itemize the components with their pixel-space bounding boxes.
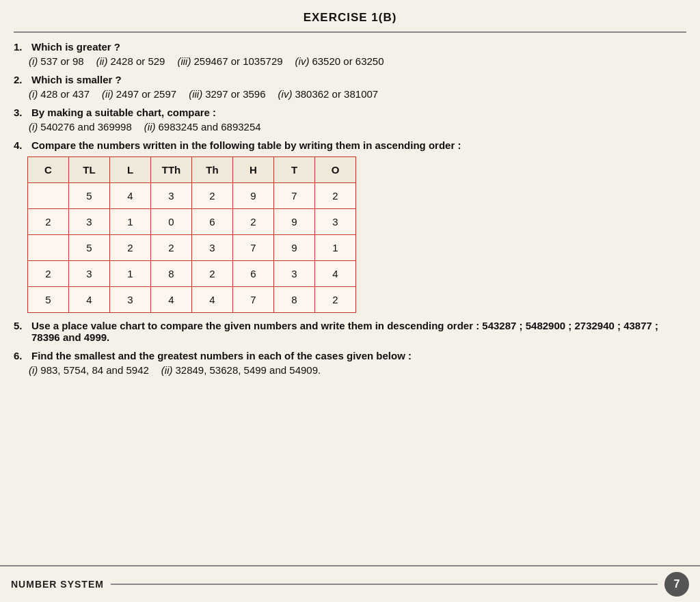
q4-text: Compare the numbers written in the follo… xyxy=(31,139,461,151)
q2-label-iv: (iv) xyxy=(278,88,293,100)
question-1: 1. Which is greater ? (i) 537 or 98 (ii)… xyxy=(14,41,686,67)
table-row: 5223791 xyxy=(28,235,356,261)
cell-r4-c5: 7 xyxy=(233,287,274,313)
question-2: 2. Which is smaller ? (i) 428 or 437 (ii… xyxy=(14,74,686,100)
q3-label-i: (i) xyxy=(29,121,38,133)
col-o: O xyxy=(315,157,356,183)
cell-r2-c6: 9 xyxy=(274,235,315,261)
footer: NUMBER SYSTEM 7 xyxy=(0,565,700,602)
cell-r1-c0: 2 xyxy=(28,209,69,235)
q2-label-ii: (ii) xyxy=(102,88,113,100)
q6-opt-i: (i) 983, 5754, 84 and 5942 xyxy=(29,364,149,376)
q3-opt-i: (i) 540276 and 369998 xyxy=(29,121,132,133)
cell-r1-c3: 0 xyxy=(151,209,192,235)
cell-r2-c7: 1 xyxy=(315,235,356,261)
q2-label-iii: (iii) xyxy=(189,88,202,100)
cell-r0-c1: 5 xyxy=(69,183,110,209)
q3-value-ii: 6983245 and 6893254 xyxy=(158,121,260,133)
q1-number: 1. xyxy=(14,41,29,53)
q1-opt-iv: (iv) 63520 or 63250 xyxy=(295,55,384,67)
q3-label-ii: (ii) xyxy=(144,121,156,133)
cell-r2-c3: 2 xyxy=(151,235,192,261)
cell-r3-c0: 2 xyxy=(28,261,69,287)
cell-r4-c3: 4 xyxy=(151,287,192,313)
q1-text: Which is greater ? xyxy=(31,41,120,53)
cell-r4-c1: 4 xyxy=(69,287,110,313)
q2-opt-ii: (ii) 2497 or 2597 xyxy=(102,88,176,100)
exercise-title: EXERCISE 1(B) xyxy=(14,7,686,33)
cell-r4-c2: 3 xyxy=(110,287,151,313)
cell-r0-c5: 9 xyxy=(233,183,274,209)
q3-value-i: 540276 and 369998 xyxy=(40,121,131,133)
q4-line: 4. Compare the numbers written in the fo… xyxy=(14,139,686,151)
q4-number: 4. xyxy=(14,139,29,151)
cell-r0-c3: 3 xyxy=(151,183,192,209)
q2-value-ii: 2497 or 2597 xyxy=(116,88,176,100)
q3-options: (i) 540276 and 369998 (ii) 6983245 and 6… xyxy=(29,121,686,133)
q2-value-i: 428 or 437 xyxy=(40,88,90,100)
cell-r1-c7: 3 xyxy=(315,209,356,235)
cell-r0-c6: 7 xyxy=(274,183,315,209)
cell-r1-c2: 1 xyxy=(110,209,151,235)
cell-r1-c6: 9 xyxy=(274,209,315,235)
question-5: 5. Use a place value chart to compare th… xyxy=(14,320,686,343)
col-th: Th xyxy=(192,157,233,183)
cell-r3-c5: 6 xyxy=(233,261,274,287)
cell-r3-c7: 4 xyxy=(315,261,356,287)
col-c: C xyxy=(28,157,69,183)
cell-r1-c1: 3 xyxy=(69,209,110,235)
cell-r3-c1: 3 xyxy=(69,261,110,287)
q2-number: 2. xyxy=(14,74,29,85)
q1-opt-ii: (ii) 2428 or 529 xyxy=(96,55,165,67)
q5-line: 5. Use a place value chart to compare th… xyxy=(14,320,686,343)
q3-number: 3. xyxy=(14,107,29,118)
q1-label-iii: (iii) xyxy=(177,55,191,67)
q6-value-i: 983, 5754, 84 and 5942 xyxy=(40,364,148,376)
q1-value-iii: 259467 or 1035729 xyxy=(193,55,282,67)
cell-r2-c4: 3 xyxy=(192,235,233,261)
table-row: 23106293 xyxy=(28,209,356,235)
q2-value-iv: 380362 or 381007 xyxy=(295,88,378,100)
q1-value-i: 537 or 98 xyxy=(40,55,83,67)
q2-opt-iv: (iv) 380362 or 381007 xyxy=(278,88,379,100)
q1-value-ii: 2428 or 529 xyxy=(110,55,165,67)
col-h: H xyxy=(233,157,274,183)
place-value-table: C TL L TTh Th H T O 54329722310629352237… xyxy=(27,156,356,313)
question-3: 3. By making a suitable chart, compare :… xyxy=(14,107,686,133)
q3-opt-ii: (ii) 6983245 and 6893254 xyxy=(144,121,261,133)
q2-value-iii: 3297 or 3596 xyxy=(205,88,265,100)
q4-table-container: C TL L TTh Th H T O 54329722310629352237… xyxy=(27,156,686,313)
cell-r0-c0 xyxy=(28,183,69,209)
q1-opt-i: (i) 537 or 98 xyxy=(29,55,84,67)
q1-label-ii: (ii) xyxy=(96,55,108,67)
page-container: EXERCISE 1(B) 1. Which is greater ? (i) … xyxy=(0,0,700,602)
q1-label-iv: (iv) xyxy=(295,55,310,67)
q2-label-i: (i) xyxy=(29,88,38,100)
q5-text: Use a place value chart to compare the g… xyxy=(31,320,686,343)
cell-r0-c4: 2 xyxy=(192,183,233,209)
cell-r4-c0: 5 xyxy=(28,287,69,313)
cell-r3-c6: 3 xyxy=(274,261,315,287)
cell-r3-c2: 1 xyxy=(110,261,151,287)
q6-text: Find the smallest and the greatest numbe… xyxy=(31,350,412,361)
q2-options: (i) 428 or 437 (ii) 2497 or 2597 (iii) 3… xyxy=(29,88,686,100)
table-row: 5432972 xyxy=(28,183,356,209)
q6-label-i: (i) xyxy=(29,364,38,376)
cell-r0-c2: 4 xyxy=(110,183,151,209)
cell-r1-c5: 2 xyxy=(233,209,274,235)
cell-r2-c2: 2 xyxy=(110,235,151,261)
table-row: 54344782 xyxy=(28,287,356,313)
cell-r1-c4: 6 xyxy=(192,209,233,235)
col-l: L xyxy=(110,157,151,183)
q6-label-ii: (ii) xyxy=(161,364,173,376)
footer-label: NUMBER SYSTEM xyxy=(11,579,104,590)
q6-number: 6. xyxy=(14,350,29,361)
footer-page: 7 xyxy=(664,572,689,597)
cell-r3-c3: 8 xyxy=(151,261,192,287)
q2-line: 2. Which is smaller ? xyxy=(14,74,686,85)
q6-value-ii: 32849, 53628, 5499 and 54909. xyxy=(175,364,321,376)
q1-label-i: (i) xyxy=(29,55,38,67)
table-row: 23182634 xyxy=(28,261,356,287)
q2-opt-iii: (iii) 3297 or 3596 xyxy=(189,88,265,100)
q1-options: (i) 537 or 98 (ii) 2428 or 529 (iii) 259… xyxy=(29,55,686,67)
